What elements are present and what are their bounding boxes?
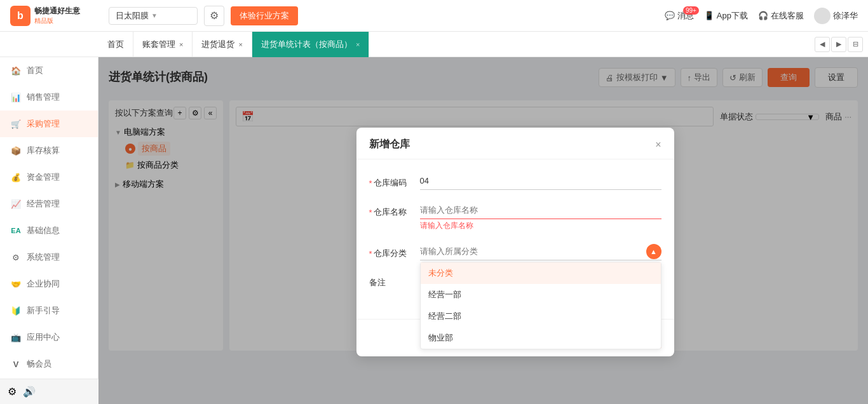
sidebar-item-guide[interactable]: 🔰 新手引导	[0, 297, 98, 324]
system-icon: ⚙	[10, 252, 22, 263]
message-icon: 💬	[665, 11, 675, 20]
finance-icon: 💰	[10, 172, 22, 183]
store-selector[interactable]: 日太阳膜 ▼	[109, 7, 198, 25]
code-input[interactable]	[420, 172, 661, 190]
dialog-body: * 仓库编码 * 仓库名称 请输入仓库名称	[356, 159, 674, 319]
tab-next-button[interactable]: ▶	[831, 37, 846, 52]
new-warehouse-dialog: 新增仓库 × * 仓库编码 * 仓	[356, 128, 674, 356]
header-right: 💬 消息 99+ 📱 App下载 🎧 在线客服 徐泽华	[665, 8, 858, 24]
code-label: * 仓库编码	[369, 172, 420, 189]
tab-purchase-return[interactable]: 进货退货 ×	[193, 32, 252, 57]
dialog-title: 新增仓库	[369, 138, 410, 151]
user-avatar[interactable]: 徐泽华	[814, 8, 858, 24]
basic-info-icon: EA	[10, 225, 22, 236]
phone-icon: 📱	[704, 11, 714, 20]
sidebar-operations-label: 经营管理	[27, 198, 60, 210]
guide-icon: 🔰	[10, 305, 22, 316]
code-input-wrapper	[420, 172, 661, 190]
online-service-item[interactable]: 🎧 在线客服	[758, 10, 804, 22]
trial-button[interactable]: 体验行业方案	[231, 6, 298, 25]
tab-account[interactable]: 账套管理 ×	[133, 32, 193, 57]
tab-home-label: 首页	[107, 39, 124, 50]
purchase-icon: 🛒	[10, 118, 22, 130]
notification-badge: 99+	[683, 6, 699, 15]
note-label: 备注	[369, 272, 420, 288]
name-error-msg: 请输入仓库名称	[420, 220, 661, 231]
sidebar-item-system[interactable]: ⚙ 系统管理	[0, 244, 98, 271]
enterprise-icon: 🤝	[10, 278, 22, 290]
code-field-row: * 仓库编码	[369, 172, 661, 190]
sidebar: 🏠 首页 📊 销售管理 🛒 采购管理 📦 库存核算 💰 资金管理 📈 经营管理 …	[0, 57, 98, 404]
dialog-header: 新增仓库 ×	[356, 128, 674, 159]
tab-controls: ◀ ▶ ⊟	[815, 37, 868, 52]
gear-icon: ⚙	[210, 10, 219, 22]
tab-bar: 首页 账套管理 × 进货退货 × 进货单统计表（按商品） × ◀ ▶ ⊟	[0, 32, 868, 57]
dropdown-option-dept1[interactable]: 经营一部	[421, 284, 661, 306]
top-header: b 畅捷通好生意 精品版 日太阳膜 ▼ ⚙ 体验行业方案 💬 消息 99+ 📱 …	[0, 0, 868, 32]
avatar-icon	[814, 8, 831, 24]
sidebar-item-home[interactable]: 🏠 首页	[0, 57, 98, 84]
name-field-row: * 仓库名称 请输入仓库名称	[369, 201, 661, 231]
tab-return-label: 进货退货	[201, 39, 234, 50]
dropdown-option-dept2[interactable]: 经营二部	[421, 306, 661, 327]
sidebar-item-sales[interactable]: 📊 销售管理	[0, 84, 98, 111]
sidebar-item-apps[interactable]: 📺 应用中心	[0, 324, 98, 351]
sidebar-item-basic-info[interactable]: EA 基础信息	[0, 217, 98, 244]
sidebar-home-label: 首页	[27, 65, 43, 76]
sidebar-sales-label: 销售管理	[27, 91, 60, 103]
content-area: 进货单统计(按商品) 🖨 按模板打印 ▼ ↑ 导出 ↺ 刷新 查询 设置	[98, 57, 868, 404]
close-icon[interactable]: ×	[356, 41, 360, 48]
dropdown-option-uncategorized[interactable]: 未分类	[421, 262, 661, 284]
category-field-row: * 仓库分类 ▲ 未分类 经营一部 经营二部 物业部	[369, 243, 661, 260]
sidebar-item-operations[interactable]: 📈 经营管理	[0, 191, 98, 217]
name-input[interactable]	[420, 201, 661, 219]
sidebar-basic-label: 基础信息	[27, 225, 60, 236]
name-label: * 仓库名称	[369, 201, 420, 218]
category-toggle-button[interactable]: ▲	[646, 244, 661, 259]
logo-area: b 畅捷通好生意 精品版	[10, 6, 109, 26]
apps-icon: 📺	[10, 332, 22, 343]
main-layout: 🏠 首页 📊 销售管理 🛒 采购管理 📦 库存核算 💰 资金管理 📈 经营管理 …	[0, 57, 868, 404]
settings-icon[interactable]: ⚙	[8, 386, 17, 398]
category-input[interactable]	[420, 243, 661, 260]
sidebar-item-member[interactable]: V 畅会员	[0, 351, 98, 377]
tab-account-label: 账套管理	[142, 39, 175, 50]
close-icon[interactable]: ×	[179, 41, 183, 48]
store-arrow-icon: ▼	[151, 12, 158, 19]
operations-icon: 📈	[10, 198, 22, 210]
speaker-icon[interactable]: 🔊	[23, 386, 36, 398]
tab-prev-button[interactable]: ◀	[815, 37, 830, 52]
sidebar-member-label: 畅会员	[27, 358, 51, 370]
home-icon: 🏠	[10, 65, 22, 76]
dropdown-option-property[interactable]: 物业部	[421, 327, 661, 349]
header-middle: 日太阳膜 ▼ ⚙ 体验行业方案	[109, 6, 665, 26]
sidebar-inventory-label: 库存核算	[27, 145, 60, 156]
name-input-wrapper: 请输入仓库名称	[420, 201, 661, 231]
logo-icon: b	[10, 6, 31, 26]
tab-menu-button[interactable]: ⊟	[848, 37, 863, 52]
gear-button[interactable]: ⚙	[204, 6, 224, 26]
category-label: * 仓库分类	[369, 243, 420, 259]
sales-icon: 📊	[10, 91, 22, 103]
headset-icon: 🎧	[758, 11, 768, 20]
category-dropdown: 未分类 经营一部 经营二部 物业部	[420, 262, 661, 349]
sidebar-item-inventory[interactable]: 📦 库存核算	[0, 137, 98, 164]
logo-text: 畅捷通好生意 精品版	[34, 6, 80, 25]
tab-stats-label: 进货单统计表（按商品）	[261, 39, 352, 50]
sidebar-purchase-label: 采购管理	[27, 118, 60, 130]
sidebar-enterprise-label: 企业协同	[27, 278, 60, 290]
tab-purchase-stats[interactable]: 进货单统计表（按商品） ×	[252, 32, 369, 57]
sidebar-system-label: 系统管理	[27, 252, 60, 263]
tab-home[interactable]: 首页	[98, 32, 133, 57]
app-download-item[interactable]: 📱 App下载	[704, 10, 748, 22]
sidebar-item-purchase[interactable]: 🛒 采购管理	[0, 111, 98, 137]
sidebar-apps-label: 应用中心	[27, 332, 60, 343]
sidebar-guide-label: 新手引导	[27, 305, 60, 316]
sidebar-item-enterprise[interactable]: 🤝 企业协同	[0, 271, 98, 297]
inventory-icon: 📦	[10, 145, 22, 156]
dialog-close-button[interactable]: ×	[655, 139, 661, 151]
close-icon[interactable]: ×	[238, 41, 242, 48]
sidebar-item-finance[interactable]: 💰 资金管理	[0, 164, 98, 191]
notifications-item[interactable]: 💬 消息 99+	[665, 10, 694, 22]
sidebar-finance-label: 资金管理	[27, 172, 60, 183]
